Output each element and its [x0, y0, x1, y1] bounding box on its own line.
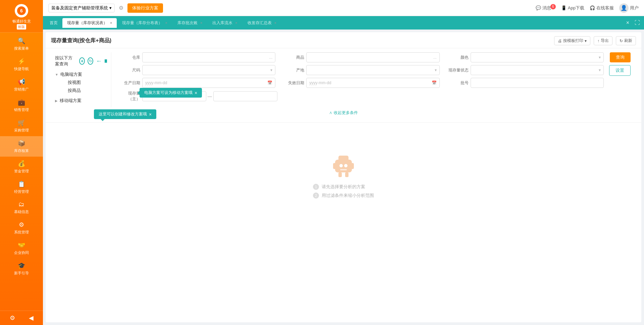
svg-rect-8 [351, 163, 354, 169]
tab-inout-flow-close[interactable]: × [235, 21, 237, 25]
sidebar-item-enterprise[interactable]: 🤝 企业协同 [0, 238, 43, 259]
sidebar-item-system-label: 系统管理 [14, 230, 29, 235]
collapse-label: 收起更多条件 [334, 110, 358, 115]
inventory-icon: 📦 [18, 140, 25, 147]
expire-date-field[interactable]: yyyy-mm-dd 📅 [306, 78, 439, 88]
tab-inventory-status[interactable]: 现存量（库存状况表） × [62, 18, 117, 28]
finance-icon: 💰 [18, 160, 25, 167]
size-field[interactable]: ▾ [142, 65, 275, 75]
tab-inventory-dist[interactable]: 现存量（库存分布表） × [117, 18, 172, 28]
expire-date-placeholder: yyyy-mm-dd [309, 80, 331, 85]
sidebar-item-system[interactable]: ⚙ 系统管理 [0, 218, 43, 238]
tab-inventory-status-close[interactable]: × [110, 21, 112, 25]
scheme-mobile-item[interactable]: ▶ 移动端方案 [55, 97, 107, 105]
user-btn[interactable]: 👤 用户 [619, 3, 639, 13]
user-label: 用户 [630, 5, 639, 11]
sidebar-item-purchase-label: 采购管理 [14, 128, 29, 133]
query-btn[interactable]: 查询 [610, 52, 631, 62]
message-badge: 6 [550, 4, 556, 9]
trial-btn[interactable]: 体验行业方案 [127, 3, 163, 13]
prod-date-calendar-icon[interactable]: 📅 [267, 80, 272, 85]
query-btn-group: 查询 设置 [609, 52, 636, 107]
sidebar-collapse-btn[interactable]: ◀ [29, 314, 34, 322]
page-actions: 🖨 按模板打印 ▾ ↑ 导出 ↻ 刷新 [554, 36, 636, 45]
stock-max-field[interactable] [213, 91, 277, 101]
sidebar-item-marketing[interactable]: 📢 营销推广 [0, 75, 43, 95]
svg-rect-9 [338, 172, 342, 177]
sidebar-item-marketing-label: 营销推广 [14, 87, 29, 92]
warehouse-label: 仓库 [117, 55, 140, 60]
arrow-scheme-btn[interactable]: ← [96, 58, 102, 65]
refresh-btn[interactable]: ↻ 刷新 [616, 36, 636, 45]
scheme-by-product[interactable]: 按商品 [62, 87, 107, 95]
topbar-left: 装备及固定资产辅助管理系统 ▾ ⚙ 体验行业方案 [48, 3, 163, 13]
tab-inventory-dist-close[interactable]: × [165, 21, 167, 25]
tab-home[interactable]: 首页 [46, 18, 62, 28]
sidebar-item-operations[interactable]: 📋 经营管理 [0, 177, 43, 198]
system-icon: ⚙ [19, 221, 24, 228]
color-chevron: ▾ [599, 55, 601, 60]
print-btn[interactable]: 🖨 按模板打印 ▾ [554, 36, 590, 45]
create-tooltip-close[interactable]: × [149, 112, 152, 117]
scheme-pc-item[interactable]: ▼ 电脑端方案 [55, 70, 107, 78]
filter-size-cell: 尺码 ▾ [117, 65, 275, 75]
sidebar-item-basic-info-label: 基础信息 [14, 209, 29, 214]
sidebar-item-quicknav[interactable]: ⚡ 快捷导航 [0, 54, 43, 75]
prod-date-placeholder: yyyy-mm-dd [145, 80, 167, 85]
tab-inout-flow[interactable]: 出入库流水 × [208, 18, 242, 28]
sidebar-item-search[interactable]: 🔍 搜索菜单 [0, 34, 43, 54]
filter-stock-status-cell: 现存量状态 ▾ [445, 65, 604, 75]
message-label: 消息 [542, 5, 551, 11]
sidebar-item-inventory-label: 库存核算 [14, 148, 29, 153]
settings-btn[interactable]: ⚙ [119, 5, 123, 11]
system-selector[interactable]: 装备及固定资产辅助管理系统 ▾ [48, 4, 115, 12]
size-chevron: ▾ [270, 68, 272, 72]
tab-batch-account-close[interactable]: × [200, 21, 202, 25]
scheme-tooltip-close[interactable]: × [195, 90, 197, 96]
app-version-tag: 标版 [17, 24, 26, 30]
warehouse-field[interactable]: ... [142, 52, 275, 62]
scheme-by-view[interactable]: 按视图 [62, 78, 107, 87]
empty-steps: 1 请先选择要分析的方案 2 用过滤条件来缩小分析范围 [313, 184, 374, 199]
app-download-btn[interactable]: 📱 App下载 [561, 5, 584, 11]
sidebar-item-inventory[interactable]: 📦 库存核算 [0, 136, 43, 157]
origin-field[interactable]: ▾ [306, 65, 439, 75]
prod-date-field[interactable]: yyyy-mm-dd 📅 [142, 78, 275, 88]
expire-date-calendar-icon[interactable]: 📅 [432, 80, 437, 85]
sidebar-settings-btn[interactable]: ⚙ [10, 314, 15, 322]
tab-summary-label: 收发存汇总表 [248, 20, 272, 26]
product-field[interactable]: ... [306, 52, 439, 62]
scheme-by-product-label: 按商品 [68, 88, 81, 94]
batch-field[interactable] [471, 78, 604, 88]
stock-status-field[interactable]: ▾ [471, 65, 604, 75]
tab-summary-close[interactable]: × [274, 21, 276, 25]
sidebar-item-sales[interactable]: 💼 销售管理 [0, 95, 43, 116]
tabbar-expand-btn[interactable]: ⛶ [633, 18, 641, 27]
set-btn[interactable]: 设置 [609, 65, 631, 76]
sidebar-logo: 6 畅通好生意 标版 [0, 0, 43, 33]
scheme-by-view-label: 按视图 [68, 79, 81, 86]
export-btn[interactable]: ↑ 导出 [594, 36, 612, 45]
sidebar-item-sales-label: 销售管理 [14, 107, 29, 112]
svg-rect-10 [345, 172, 348, 177]
app-logo-icon: 6 [15, 4, 28, 17]
message-btn[interactable]: 💬 消息 6 [536, 5, 556, 11]
tab-inout-flow-label: 出入库流水 [212, 20, 232, 26]
topbar-right: 💬 消息 6 📱 App下载 🎧 在线客服 👤 用户 [536, 3, 639, 13]
tab-summary[interactable]: 收发存汇总表 × [243, 18, 281, 28]
color-field[interactable]: ▾ [471, 52, 604, 62]
sidebar-item-finance[interactable]: 💰 资金管理 [0, 157, 43, 177]
sidebar-item-purchase[interactable]: 🛒 采购管理 [0, 116, 43, 136]
sidebar-item-basic-info[interactable]: 🗂 基础信息 [0, 198, 43, 218]
tab-batch-account[interactable]: 库存批次账 × [173, 18, 207, 28]
filter-area: 按以下方案查询 + ↻ ← ▼ 电脑端方案 [46, 48, 641, 123]
print-label: 按模板打印 [563, 38, 583, 44]
online-support-btn[interactable]: 🎧 在线客服 [590, 5, 614, 11]
app-download-label: App下载 [568, 5, 584, 11]
tabbar-close-all-btn[interactable]: × [625, 18, 631, 27]
add-scheme-btn[interactable]: + [79, 57, 85, 65]
sidebar-item-guide[interactable]: 🎓 新手引导 [0, 259, 43, 279]
filter-prod-date-cell: 生产日期 yyyy-mm-dd 📅 [117, 78, 275, 88]
refresh-scheme-btn[interactable]: ↻ [88, 57, 93, 65]
page-title: 现存量查询(按仓库+商品) [51, 37, 111, 44]
